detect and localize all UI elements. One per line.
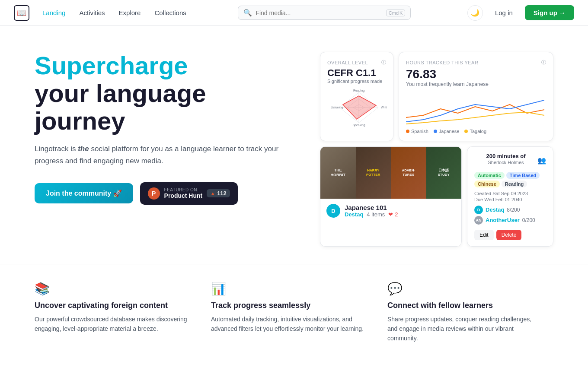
nav-explore[interactable]: Explore (118, 7, 142, 18)
login-button[interactable]: Log in (488, 6, 520, 20)
navbar-left: 📖 Landing Activities Explore Collections (14, 5, 187, 21)
activity-users: D Destaq 8/200 AN AnotherUser 0/200 (474, 206, 546, 225)
cefr-card: OVERALL LEVEL ⓘ CEFR C1.1 Significant pr… (320, 52, 393, 141)
book-1: THEHOBBIT (320, 147, 356, 199)
hours-info-icon: ⓘ (541, 59, 546, 66)
search-bar-container: 🔍 Cmd K (238, 6, 411, 20)
activity-time: 200 minutes of (474, 153, 537, 160)
nav-landing[interactable]: Landing (42, 7, 66, 18)
product-hunt-logo: P (148, 187, 160, 200)
nav-collections[interactable]: Collections (153, 7, 187, 18)
hours-value: 76.83 (406, 67, 546, 81)
cefr-label: OVERALL LEVEL ⓘ (327, 59, 386, 66)
user2-progress: 0/200 (522, 217, 535, 223)
user1-avatar: D (474, 206, 483, 214)
collection-meta: Destaq 4 items ❤ 2 (345, 211, 398, 218)
tag-row: Automatic Time Based Chinese Reading (474, 172, 546, 187)
book-4: 日本語STUDY (426, 147, 462, 199)
hero-title-accent: Supercharge (35, 51, 188, 79)
features-section: 📚 Uncover captivating foreign content Ou… (0, 264, 588, 369)
activity-time-block: 200 minutes of Sherlock Holmes (474, 153, 537, 168)
feature-content-icon: 📚 (35, 282, 190, 296)
users-icon: 👥 (537, 156, 546, 165)
hero-right: OVERALL LEVEL ⓘ CEFR C1.1 Significant pr… (320, 52, 553, 247)
activity-header: 200 minutes of Sherlock Holmes 👥 (474, 153, 546, 168)
divider (462, 8, 462, 18)
info-icon: ⓘ (381, 59, 387, 66)
books-card: THEHOBBIT HARRYPOTTER ADVEN-TURES 日本語STU… (320, 146, 462, 247)
feature-community: 💬 Connect with fellow learners Share pro… (377, 282, 553, 343)
chart-legend: Spanish Japanese Tagalog (406, 129, 546, 134)
created-date: Created Sat Sep 09 2023 (474, 191, 546, 196)
search-bar[interactable]: 🔍 Cmd K (238, 6, 411, 20)
hours-card: Hours tracked this year ⓘ 76.83 You most… (399, 52, 553, 141)
delete-button[interactable]: Delete (496, 230, 522, 240)
feature-tracking-icon: 📊 (211, 282, 367, 296)
feature-community-title: Connect with fellow learners (387, 301, 543, 310)
user2-avatar: AN (474, 216, 483, 225)
feature-community-desc: Share progress updates, conquer reading … (387, 314, 543, 343)
search-input[interactable] (256, 10, 382, 16)
search-shortcut: Cmd K (386, 10, 406, 16)
radar-chart: Reading Writing Speaking Listening (331, 88, 383, 127)
line-chart (406, 92, 546, 126)
ph-featured-label: FEATURED ON (164, 187, 203, 192)
book-2: HARRYPOTTER (356, 147, 391, 199)
feature-content: 📚 Uncover captivating foreign content Ou… (35, 282, 201, 343)
product-hunt-button[interactable]: P FEATURED ON Product Hunt ▲ 112 (140, 182, 238, 205)
search-icon: 🔍 (243, 9, 252, 17)
hero-section: Supercharge your language journey Lingot… (0, 26, 588, 264)
like-count: ❤ 2 (388, 211, 398, 218)
cefr-value: CEFR C1.1 (327, 67, 386, 79)
cefr-sub: Significant progress made (327, 79, 386, 84)
join-community-button[interactable]: Join the community 🚀 (35, 183, 133, 203)
activity-btn-row: Edit Delete (474, 230, 546, 240)
logo-icon: 📖 (14, 5, 29, 21)
tag-reading: Reading (502, 181, 527, 187)
book-3: ADVEN-TURES (391, 147, 426, 199)
svg-marker-5 (343, 96, 376, 119)
activity-user-2: AN AnotherUser 0/200 (474, 216, 546, 225)
feature-tracking-title: Track progress seamlessly (211, 301, 367, 310)
feature-tracking-desc: Automated daily tracking, intuitive visu… (211, 314, 367, 334)
books-grid: THEHOBBIT HARRYPOTTER ADVEN-TURES 日本語STU… (320, 147, 461, 199)
svg-text:Listening: Listening (331, 106, 343, 109)
activity-card: 200 minutes of Sherlock Holmes 👥 Automat… (467, 146, 553, 247)
ph-arrow-icon: ▲ (210, 190, 215, 197)
hours-sub: You most frequently learn Japanese (406, 81, 546, 87)
product-hunt-text: FEATURED ON Product Hunt (164, 187, 203, 199)
edit-button[interactable]: Edit (474, 230, 494, 240)
svg-text:Speaking: Speaking (352, 124, 365, 127)
feature-content-title: Uncover captivating foreign content (35, 301, 190, 310)
nav-activities[interactable]: Activities (78, 7, 105, 18)
ph-name-label: Product Hunt (164, 192, 203, 199)
signup-button[interactable]: Sign up → (525, 5, 574, 20)
user2-name: AnotherUser (486, 217, 520, 223)
hero-actions: Join the community 🚀 P FEATURED ON Produ… (35, 182, 285, 205)
tag-automatic: Automatic (474, 172, 505, 179)
svg-text:Writing: Writing (381, 106, 387, 109)
feature-community-icon: 💬 (387, 282, 543, 296)
collection-user-link[interactable]: Destaq (345, 211, 363, 218)
hours-label: Hours tracked this year ⓘ (406, 59, 546, 66)
feature-tracking: 📊 Track progress seamlessly Automated da… (201, 282, 377, 343)
user1-link[interactable]: Destaq (486, 206, 504, 213)
tag-chinese: Chinese (474, 181, 500, 187)
feature-content-desc: Our powerful crowdsourced database makes… (35, 314, 190, 334)
activity-user-1: D Destaq 8/200 (474, 206, 546, 214)
ph-count-badge: ▲ 112 (207, 189, 230, 197)
theme-toggle-button[interactable]: 🌙 (467, 5, 483, 21)
logo[interactable]: 📖 (14, 5, 29, 21)
books-info: D Japanese 101 Destaq 4 items ❤ 2 (320, 199, 461, 223)
legend-spanish: Spanish (406, 129, 428, 134)
svg-text:Reading: Reading (353, 89, 364, 92)
activity-subject: Sherlock Holmes (474, 160, 537, 165)
bottom-row: THEHOBBIT HARRYPOTTER ADVEN-TURES 日本語STU… (320, 146, 553, 247)
collection-avatar: D (326, 204, 340, 218)
navbar-right: 🌙 Log in Sign up → (462, 5, 574, 21)
hero-left: Supercharge your language journey Lingot… (35, 52, 285, 205)
legend-tagalog: Tagalog (464, 129, 486, 134)
tag-time-based: Time Based (506, 172, 540, 179)
activity-dates: Created Sat Sep 09 2023 Due Wed Feb 01 2… (474, 191, 546, 202)
hero-description: Lingotrack is the social platform for yo… (35, 143, 285, 166)
